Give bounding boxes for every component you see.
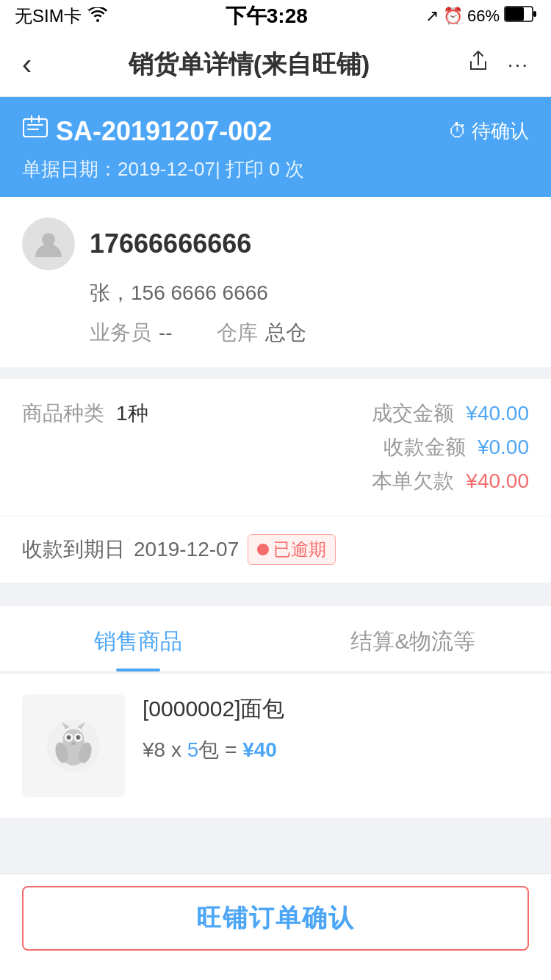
tab-settlement-logistics[interactable]: 结算&物流等 — [276, 606, 551, 671]
status-left: 无SIM卡 — [15, 4, 108, 28]
product-card: [0000002]面包 ¥8 x 5包 = ¥40 — [0, 674, 551, 818]
summary-left: 商品种类 1种 — [22, 400, 148, 428]
product-type: 商品种类 1种 — [22, 400, 148, 428]
order-icon — [22, 115, 48, 148]
order-date: 单据日期：2019-12-07| 打印 0 次 — [22, 156, 529, 182]
overdue-badge: 已逾期 — [248, 534, 336, 565]
clock-icon: ⏱ — [448, 120, 467, 143]
share-icon[interactable] — [467, 50, 490, 79]
page-title: 销货单详情(来自旺铺) — [129, 48, 370, 82]
order-header-top: SA-20191207-002 ⏱ 待确认 — [22, 115, 529, 148]
wifi-icon — [87, 6, 108, 26]
status-bar: 无SIM卡 下午3:28 ↗ ⏰ 66% — [0, 0, 551, 32]
no-sim-text: 无SIM卡 — [15, 4, 82, 28]
product-info: [0000002]面包 ¥8 x 5包 = ¥40 — [143, 694, 529, 797]
summary-right: 成交金额 ¥40.00 收款金额 ¥0.00 本单欠款 ¥40.00 — [372, 400, 529, 495]
warehouse-field: 仓库 总仓 — [217, 319, 306, 347]
status-time: 下午3:28 — [226, 2, 308, 30]
customer-phone: 17666666666 — [90, 228, 251, 259]
product-name: [0000002]面包 — [143, 694, 529, 724]
order-status: ⏱ 待确认 — [448, 118, 529, 144]
status-right: ↗ ⏰ 66% — [425, 6, 536, 26]
svg-rect-3 — [24, 119, 47, 137]
svg-point-12 — [68, 736, 70, 738]
overdue-dot-icon — [257, 544, 269, 555]
amount-row-1: 成交金额 ¥40.00 — [372, 400, 529, 428]
bottom-bar: 旺铺订单确认 — [0, 873, 551, 980]
order-header: SA-20191207-002 ⏱ 待确认 单据日期：2019-12-07| 打… — [0, 97, 551, 197]
more-icon[interactable]: ··· — [508, 53, 529, 76]
amount-row-2: 收款金额 ¥0.00 — [383, 433, 529, 461]
customer-card: 17666666666 张，156 6666 6666 业务员 -- 仓库 总仓 — [0, 197, 551, 367]
tab-bar: 销售商品 结算&物流等 — [0, 606, 551, 672]
salesperson-field: 业务员 -- — [90, 319, 173, 347]
due-date-label: 收款到期日 — [22, 536, 125, 563]
customer-name: 张，156 6666 6666 — [90, 279, 529, 307]
due-date-card: 收款到期日 2019-12-07 已逾期 — [0, 516, 551, 583]
battery-text: 66% — [467, 7, 500, 26]
avatar — [22, 217, 75, 270]
customer-top: 17666666666 — [22, 217, 529, 270]
svg-rect-2 — [533, 11, 536, 17]
amount-row-3: 本单欠款 ¥40.00 — [372, 467, 529, 495]
confirm-order-button[interactable]: 旺铺订单确认 — [22, 886, 529, 951]
location-icon: ↗ — [425, 7, 439, 26]
back-button[interactable]: ‹ — [22, 48, 32, 81]
divider-1 — [0, 367, 551, 379]
alarm-icon: ⏰ — [443, 7, 463, 26]
tab-sales-products[interactable]: 销售商品 — [0, 606, 276, 671]
nav-actions: ··· — [467, 50, 529, 79]
divider-2 — [0, 583, 551, 594]
order-id: SA-20191207-002 — [22, 115, 272, 148]
product-price: ¥8 x 5包 = ¥40 — [143, 736, 529, 764]
product-thumbnail — [22, 694, 125, 797]
customer-meta: 业务员 -- 仓库 总仓 — [90, 319, 529, 347]
svg-rect-1 — [505, 7, 524, 21]
summary-card: 商品种类 1种 成交金额 ¥40.00 收款金额 ¥0.00 本单欠款 ¥40.… — [0, 379, 551, 516]
svg-point-13 — [77, 736, 79, 738]
battery-icon — [504, 6, 536, 26]
summary-row: 商品种类 1种 成交金额 ¥40.00 收款金额 ¥0.00 本单欠款 ¥40.… — [22, 400, 529, 495]
nav-bar: ‹ 销货单详情(来自旺铺) ··· — [0, 32, 551, 97]
due-date-value: 2019-12-07 — [134, 538, 239, 561]
